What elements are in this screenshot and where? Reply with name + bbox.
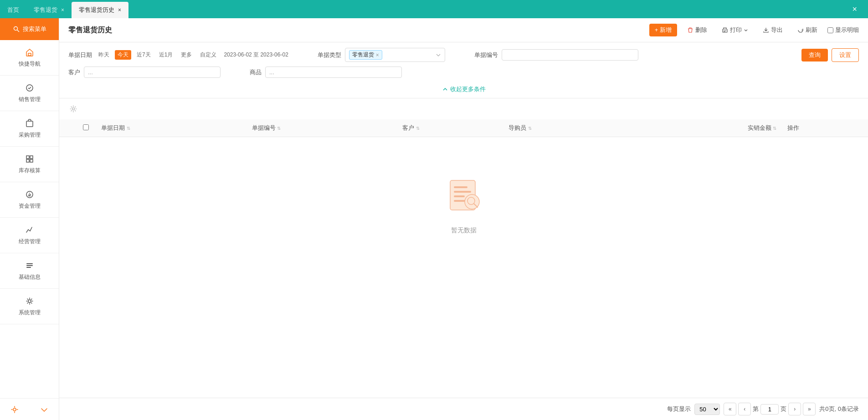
page-prev-button[interactable]: ‹ bbox=[738, 403, 751, 415]
type-select[interactable]: 零售退货 × bbox=[345, 48, 445, 62]
sidebar-item-finance[interactable]: 资金管理 bbox=[0, 182, 59, 218]
chevron-up-icon bbox=[442, 86, 448, 92]
type-tag-close[interactable]: × bbox=[376, 52, 379, 58]
svg-rect-8 bbox=[30, 159, 33, 162]
goods-select[interactable]: ... bbox=[265, 67, 402, 78]
svg-rect-16 bbox=[724, 31, 726, 31]
page-title: 零售退货历史 bbox=[68, 26, 112, 35]
date-btn-yesterday[interactable]: 昨天 bbox=[96, 50, 112, 60]
date-filter-label: 单据日期 bbox=[68, 51, 92, 59]
svg-rect-17 bbox=[724, 31, 725, 32]
tab-retail-return[interactable]: 零售退货 × bbox=[26, 2, 72, 18]
page-navigation: « ‹ 第 页 › » bbox=[724, 403, 816, 415]
th-settings bbox=[59, 119, 77, 137]
date-btn-custom[interactable]: 自定义 bbox=[197, 50, 219, 60]
th-date-sort: ⇅ bbox=[127, 126, 130, 131]
th-customer[interactable]: 客户 ⇅ bbox=[397, 119, 503, 137]
date-btn-more[interactable]: 更多 bbox=[178, 50, 195, 60]
show-detail-checkbox[interactable] bbox=[827, 27, 833, 33]
refresh-button[interactable]: 刷新 bbox=[793, 24, 822, 36]
svg-rect-10 bbox=[26, 263, 33, 264]
export-button[interactable]: 导出 bbox=[758, 24, 787, 36]
delete-button[interactable]: 删除 bbox=[683, 24, 712, 36]
th-action-label: 操作 bbox=[787, 124, 799, 131]
sidebar-item-business[interactable]: 经营管理 bbox=[0, 218, 59, 253]
sidebar-search[interactable]: 搜索菜单 bbox=[0, 18, 59, 40]
tab-list: 首页 零售退货 × 零售退货历史 × bbox=[0, 0, 848, 18]
sidebar-bottom bbox=[0, 398, 59, 420]
svg-rect-4 bbox=[26, 121, 33, 127]
empty-icon bbox=[441, 174, 487, 219]
th-amount-sort: ⇅ bbox=[773, 126, 776, 131]
sidebar-item-quick-nav-label: 快捷导航 bbox=[19, 60, 41, 68]
page-first-button[interactable]: « bbox=[724, 403, 736, 415]
sidebar-collapse-icon[interactable] bbox=[40, 405, 49, 414]
sidebar-item-system[interactable]: 系统管理 bbox=[0, 289, 59, 324]
business-icon bbox=[25, 225, 35, 235]
tab-retail-return-history[interactable]: 零售退货历史 × bbox=[72, 2, 128, 18]
new-button[interactable]: + 新增 bbox=[649, 24, 677, 36]
tab-retail-return-close[interactable]: × bbox=[61, 7, 64, 13]
table-settings-icon[interactable] bbox=[67, 102, 80, 116]
main-content: 零售退货历史 + 新增 删除 打印 bbox=[59, 18, 868, 420]
sidebar-item-purchase-label: 采购管理 bbox=[19, 131, 41, 139]
voucher-input[interactable] bbox=[502, 49, 638, 61]
sidebar-item-quick-nav[interactable]: 快捷导航 bbox=[0, 40, 59, 76]
svg-point-13 bbox=[28, 300, 31, 302]
data-table: 单据日期 ⇅ 单据编号 ⇅ 客户 ⇅ 导购员 ⇅ bbox=[59, 119, 868, 137]
date-btn-today[interactable]: 今天 bbox=[115, 50, 131, 60]
sidebar-item-inventory[interactable]: 库存核算 bbox=[0, 147, 59, 182]
svg-point-18 bbox=[72, 108, 75, 110]
collapse-button[interactable]: 收起更多条件 bbox=[68, 82, 859, 98]
settings-button[interactable]: 设置 bbox=[832, 48, 859, 62]
customer-ellipsis: ... bbox=[88, 69, 93, 76]
filter-dates: 昨天 今天 近7天 近1月 更多 自定义 2023-06-02 至 2023-0… bbox=[96, 50, 288, 60]
th-checkbox[interactable] bbox=[77, 119, 96, 137]
th-guide[interactable]: 导购员 ⇅ bbox=[503, 119, 632, 137]
customer-select[interactable]: ... bbox=[84, 67, 221, 78]
th-date[interactable]: 单据日期 ⇅ bbox=[96, 119, 247, 137]
filter-customer: 客户 ... bbox=[68, 67, 221, 78]
tab-home[interactable]: 首页 bbox=[0, 2, 26, 18]
customer-filter-label: 客户 bbox=[68, 68, 80, 77]
page-last-button[interactable]: » bbox=[803, 403, 816, 415]
goods-filter-label: 商品 bbox=[250, 68, 262, 77]
sidebar-search-label: 搜索菜单 bbox=[23, 25, 46, 33]
tab-retail-return-history-close[interactable]: × bbox=[118, 7, 121, 13]
page-unit: 页 bbox=[781, 405, 786, 413]
date-btn-1month[interactable]: 近1月 bbox=[156, 50, 176, 60]
system-icon bbox=[25, 296, 35, 306]
svg-rect-20 bbox=[454, 186, 467, 188]
search-icon bbox=[13, 26, 20, 33]
type-tag: 零售退货 × bbox=[349, 50, 382, 60]
date-btn-7days[interactable]: 近7天 bbox=[134, 50, 154, 60]
sidebar-gear-icon[interactable] bbox=[10, 405, 19, 414]
page-next-button[interactable]: › bbox=[788, 403, 801, 415]
per-page-select[interactable]: 20 50 100 bbox=[694, 404, 720, 415]
export-icon bbox=[763, 27, 769, 33]
print-button[interactable]: 打印 bbox=[717, 24, 753, 36]
sidebar-item-purchase[interactable]: 采购管理 bbox=[0, 111, 59, 147]
page-input[interactable] bbox=[760, 404, 779, 415]
top-bar: 首页 零售退货 × 零售退货历史 × × bbox=[0, 0, 868, 18]
select-all-checkbox[interactable] bbox=[83, 124, 89, 130]
th-amount[interactable]: 实销金额 ⇅ bbox=[632, 119, 782, 137]
th-voucher-sort: ⇅ bbox=[277, 126, 281, 131]
date-range-display: 2023-06-02 至 2023-06-02 bbox=[224, 51, 288, 59]
th-voucher-no[interactable]: 单据编号 ⇅ bbox=[247, 119, 397, 137]
inventory-icon bbox=[25, 154, 35, 164]
sidebar-item-business-label: 经营管理 bbox=[19, 238, 41, 246]
window-close-button[interactable]: × bbox=[848, 3, 861, 16]
sidebar-item-sales[interactable]: 销售管理 bbox=[0, 76, 59, 111]
query-button[interactable]: 查询 bbox=[801, 49, 828, 61]
svg-point-0 bbox=[14, 27, 17, 31]
empty-state: 暂无数据 bbox=[59, 137, 868, 271]
per-page-label: 每页显示 bbox=[667, 405, 691, 413]
filter-row-1: 单据日期 昨天 今天 近7天 近1月 更多 自定义 2023-06-02 至 2… bbox=[68, 48, 859, 62]
table-header-row: 单据日期 ⇅ 单据编号 ⇅ 客户 ⇅ 导购员 ⇅ bbox=[59, 119, 868, 137]
show-detail-checkbox-label[interactable]: 显示明细 bbox=[827, 26, 859, 34]
filter-goods: 商品 ... bbox=[250, 67, 402, 78]
svg-rect-11 bbox=[26, 265, 33, 266]
sidebar-item-basic-info[interactable]: 基础信息 bbox=[0, 253, 59, 289]
svg-rect-6 bbox=[30, 156, 33, 159]
